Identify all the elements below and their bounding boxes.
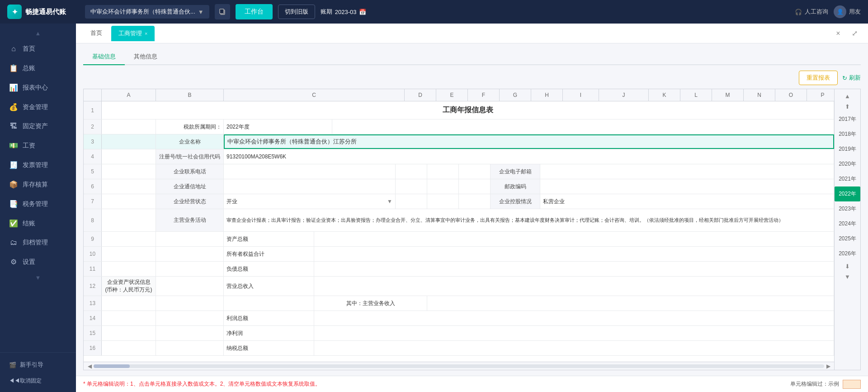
h-scroll-track[interactable] <box>94 364 824 368</box>
assets-icon: 🏗 <box>9 122 18 130</box>
cell-13rest[interactable] <box>427 296 834 311</box>
cell-16rest[interactable] <box>314 341 834 355</box>
col-header-h: H <box>531 89 563 101</box>
sidebar-item-label: 发票管理 <box>23 161 48 169</box>
cell-9c: 资产总额 <box>224 232 314 246</box>
spreadsheet: A B C D E F G H I J K L M N O <box>83 89 861 370</box>
year-scroll-down[interactable]: ▼ <box>835 272 860 282</box>
new-guide-label: 新手引导 <box>20 361 43 369</box>
topbar: ✦ 畅捷通易代账 中审众环会计师事务所（特殊普通合伙... ▼ 工作台 切到旧版… <box>0 0 868 24</box>
sidebar-item-funds[interactable]: 💰 资金管理 <box>0 97 76 117</box>
guide-icon: 🎬 <box>9 362 16 368</box>
workbench-button[interactable]: 工作台 <box>236 4 273 19</box>
cell-8c[interactable]: 审查企业会计报表；出具审计报告；验证企业资本；出具验资报告；办理企业合开、分立、… <box>224 209 834 231</box>
cell-6c[interactable] <box>224 179 396 194</box>
year-item-2025[interactable]: 2025年 <box>835 231 860 246</box>
year-item-2026[interactable]: 2026年 <box>835 246 860 261</box>
year-item-2023[interactable]: 2023年 <box>835 201 860 216</box>
reset-button[interactable]: 重置报表 <box>799 71 838 85</box>
cell-4c[interactable]: 91320100MA208E5W6K <box>224 149 834 164</box>
year-scroll-up[interactable]: ▲ <box>835 91 860 101</box>
cell-5c[interactable] <box>224 164 396 179</box>
sidebar-item-inventory[interactable]: 📦 库存核算 <box>0 175 76 194</box>
status-bar-right: 单元格编辑过：示例 <box>790 380 861 389</box>
calendar-icon[interactable]: 📅 <box>359 9 366 15</box>
old-version-button[interactable]: 切到旧版 <box>278 5 315 19</box>
cell-16c: 纳税总额 <box>224 341 314 355</box>
cell-10rest[interactable] <box>314 247 834 261</box>
new-guide-button[interactable]: 🎬 新手引导 <box>0 356 76 373</box>
sub-tab-other[interactable]: 其他信息 <box>125 49 166 65</box>
sidebar-item-archive[interactable]: 🗂 归档管理 <box>0 233 76 252</box>
year-item-2024[interactable]: 2024年 <box>835 216 860 231</box>
cell-9rest[interactable] <box>314 232 834 246</box>
cell-12rest[interactable] <box>314 277 834 296</box>
cell-12a-merged: 企业资产状况信息(币种：人民币万元) <box>102 277 156 296</box>
window-expand-button[interactable]: ⤢ <box>848 27 861 40</box>
year-item-2022[interactable]: 2022年 <box>835 186 860 201</box>
sidebar-item-invoice[interactable]: 🧾 发票管理 <box>0 155 76 175</box>
scroll-left-arrow[interactable]: ◀ <box>85 362 94 370</box>
cancel-fix-button[interactable]: ◀◀取消固定 <box>0 373 76 388</box>
cell-6rest[interactable] <box>540 179 834 194</box>
window-close-button[interactable]: × <box>832 27 844 40</box>
ledger-icon: 📋 <box>9 64 18 72</box>
sidebar-scroll-down[interactable]: ▼ <box>0 272 76 284</box>
sidebar-item-tax[interactable]: 📑 税务管理 <box>0 194 76 214</box>
tab-active[interactable]: 工商管理 × <box>111 26 155 41</box>
title-cell[interactable]: 工商年报信息表 <box>102 101 834 119</box>
cell-14rest[interactable] <box>314 311 834 325</box>
cell-2c[interactable]: 2022年度 <box>224 120 332 134</box>
sidebar-item-payroll[interactable]: 💵 工资 <box>0 136 76 155</box>
year-expand-down[interactable]: ⬇ <box>835 261 860 272</box>
close-accounts-icon: ✅ <box>9 219 18 228</box>
year-item-2021[interactable]: 2021年 <box>835 172 860 186</box>
sidebar-scroll-up[interactable]: ▲ <box>0 27 76 39</box>
sidebar-item-home[interactable]: ⌂ 首页 <box>0 39 76 58</box>
scroll-right-arrow[interactable]: ▶ <box>824 362 832 370</box>
support-button[interactable]: 🎧 人工咨询 <box>795 8 828 16</box>
tab-bar: 首页 工商管理 × × ⤢ <box>76 24 868 43</box>
sidebar-item-label: 设置 <box>23 258 35 266</box>
cell-9a <box>102 232 156 246</box>
year-item-2017[interactable]: 2017年 <box>835 112 860 127</box>
year-item-2019[interactable]: 2019年 <box>835 142 860 157</box>
row-num: 6 <box>84 179 102 194</box>
cell-14b <box>156 311 224 325</box>
tab-home[interactable]: 首页 <box>83 25 109 42</box>
h-scroll-thumb[interactable] <box>94 364 130 368</box>
cell-7e <box>427 194 459 209</box>
sidebar-item-ledger[interactable]: 📋 总账 <box>0 58 76 78</box>
cell-15rest[interactable] <box>314 326 834 340</box>
sidebar-item-close[interactable]: ✅ 结账 <box>0 214 76 233</box>
cell-7c[interactable]: 开业 ▼ <box>224 194 396 209</box>
table-row: 6 企业通信地址 邮政编码 <box>84 179 834 194</box>
cell-7rest[interactable]: 私营企业 <box>540 194 834 209</box>
invoice-icon: 🧾 <box>9 161 18 169</box>
cell-14a <box>102 311 156 325</box>
cell-2b: 税款所属期间： <box>156 120 224 134</box>
chevron-down-icon: ▼ <box>198 9 204 15</box>
year-item-2018[interactable]: 2018年 <box>835 127 860 142</box>
user-area[interactable]: 👤 用友 <box>834 5 861 18</box>
app-title: 畅捷通易代账 <box>25 8 66 16</box>
tab-close-icon[interactable]: × <box>145 31 147 36</box>
copy-button[interactable] <box>215 4 230 19</box>
company-name-cell[interactable]: 中审众环会计师事务所（特殊普通合伙）江苏分所 <box>224 134 834 149</box>
table-row: 5 企业联系电话 企业电子邮箱 <box>84 164 834 179</box>
cell-6d <box>396 179 427 194</box>
cell-5rest[interactable] <box>540 164 834 179</box>
sidebar-item-reports[interactable]: 📊 报表中心 <box>0 78 76 97</box>
cell-11rest[interactable] <box>314 262 834 276</box>
company-selector[interactable]: 中审众环会计师事务所（特殊普通合伙... ▼ <box>85 5 209 19</box>
refresh-button[interactable]: ↻ 刷新 <box>842 74 861 82</box>
row-num: 1 <box>84 101 102 119</box>
row-num: 2 <box>84 120 102 134</box>
sub-tab-basic[interactable]: 基础信息 <box>83 49 125 65</box>
year-expand-up[interactable]: ⬆ <box>835 101 860 112</box>
sidebar-item-assets[interactable]: 🏗 固定资产 <box>0 117 76 136</box>
year-item-2020[interactable]: 2020年 <box>835 157 860 172</box>
table-row: 11 负债总额 <box>84 262 834 277</box>
sidebar-item-settings[interactable]: ⚙ 设置 <box>0 252 76 272</box>
sidebar-item-label: 税务管理 <box>23 200 48 208</box>
